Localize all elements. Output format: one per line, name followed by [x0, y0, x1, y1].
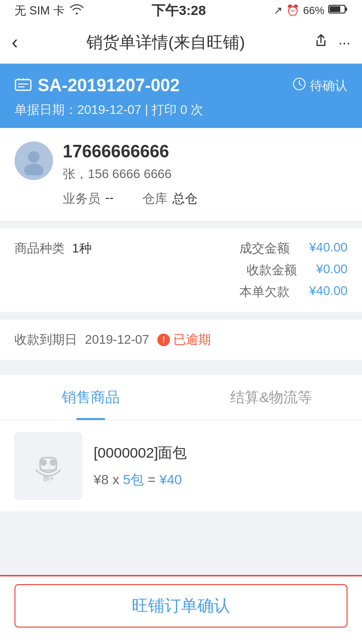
sales-item: 业务员 -- [63, 190, 113, 207]
confirm-button[interactable]: 旺铺订单确认 [14, 584, 348, 628]
product-section: 群+ [0000002]面包 ¥8 x 5包 = ¥40 [0, 420, 362, 511]
status-time: 下午3:28 [152, 1, 206, 20]
product-price: ¥8 x 5包 = ¥40 [94, 471, 348, 489]
amount-row-2: 收款金额 ¥0.00 [247, 262, 348, 279]
wifi-icon [70, 4, 84, 17]
status-right: ↗ ⏰ 66% [274, 4, 348, 17]
avatar [14, 141, 53, 180]
amount-row-3: 本单欠款 ¥40.00 [239, 283, 348, 300]
order-header: SA-20191207-002 待确认 单据日期：2019-12-07 | 打印… [0, 64, 362, 128]
price-text: ¥8 x [94, 472, 123, 487]
customer-section: 17666666666 张，156 6666 6666 业务员 -- 仓库 总仓 [0, 128, 362, 221]
section-divider [0, 367, 362, 375]
no-sim-text: 无 SIM 卡 [14, 3, 65, 18]
svg-text:!: ! [162, 335, 165, 345]
overdue-badge: ! 已逾期 [157, 331, 211, 348]
battery-icon [328, 4, 348, 17]
overdue-text: 已逾期 [173, 331, 211, 348]
nav-left: ‹ [12, 31, 18, 53]
more-icon[interactable]: ··· [338, 34, 350, 51]
due-date: 2019-12-07 [85, 332, 149, 347]
tab-settlement[interactable]: 结算&物流等 [181, 375, 362, 420]
due-label: 收款到期日 [14, 331, 77, 348]
order-id-row: SA-20191207-002 待确认 [14, 75, 348, 96]
location-icon: ↗ [274, 4, 282, 17]
battery-text: 66% [303, 4, 324, 17]
order-status: 待确认 [292, 77, 348, 94]
warehouse-item: 仓库 总仓 [142, 190, 197, 207]
summary-section: 商品种类 1种 成交金额 ¥40.00 收款金额 ¥0.00 本单欠款 ¥40.… [0, 228, 362, 312]
customer-phone: 17666666666 [63, 141, 348, 162]
sales-value: -- [105, 190, 113, 207]
clock-icon [292, 77, 306, 94]
customer-name: 张，156 6666 6666 [63, 166, 348, 182]
due-section: 收款到期日 2019-12-07 ! 已逾期 [0, 320, 362, 360]
order-icon [14, 75, 32, 96]
warehouse-label: 仓库 [142, 190, 167, 207]
confirm-section: 旺铺订单确认 [0, 575, 362, 644]
summary-right: 成交金额 ¥40.00 收款金额 ¥0.00 本单欠款 ¥40.00 [239, 240, 348, 300]
nav-right: ··· [313, 33, 350, 52]
status-bar: 无 SIM 卡 下午3:28 ↗ ⏰ 66% [0, 0, 362, 21]
product-name: [0000002]面包 [94, 443, 348, 463]
nav-bar: ‹ 销货单详情(来自旺铺) ··· [0, 21, 362, 64]
svg-rect-2 [346, 7, 347, 11]
amount-row-1: 成交金额 ¥40.00 [239, 240, 348, 257]
status-left: 无 SIM 卡 [14, 3, 84, 18]
customer-info: 17666666666 张，156 6666 6666 业务员 -- 仓库 总仓 [63, 141, 348, 207]
sales-label: 业务员 [63, 190, 100, 207]
alarm-icon: ⏰ [286, 4, 299, 17]
product-info: [0000002]面包 ¥8 x 5包 = ¥40 [94, 443, 348, 489]
back-button[interactable]: ‹ [12, 31, 18, 53]
svg-point-5 [28, 151, 40, 163]
svg-rect-1 [330, 6, 340, 12]
product-qty: 5包 [123, 472, 144, 487]
svg-rect-3 [15, 80, 31, 90]
status-text: 待确认 [310, 77, 348, 94]
tab-sales[interactable]: 销售商品 [0, 375, 181, 420]
product-image: 群+ [14, 432, 82, 500]
warehouse-value: 总仓 [172, 190, 197, 207]
share-icon[interactable] [313, 33, 329, 52]
svg-text:群+: 群+ [42, 475, 54, 482]
equals-text: = [144, 472, 159, 487]
page-title: 销货单详情(来自旺铺) [86, 31, 245, 54]
svg-point-6 [24, 164, 43, 175]
customer-meta: 业务员 -- 仓库 总仓 [63, 190, 348, 207]
order-date: 单据日期：2019-12-07 | 打印 0 次 [14, 101, 348, 118]
tabs: 销售商品 结算&物流等 [0, 375, 362, 420]
summary-left: 商品种类 1种 [14, 240, 92, 257]
order-id: SA-20191207-002 [14, 75, 180, 96]
product-total: ¥40 [159, 472, 182, 487]
